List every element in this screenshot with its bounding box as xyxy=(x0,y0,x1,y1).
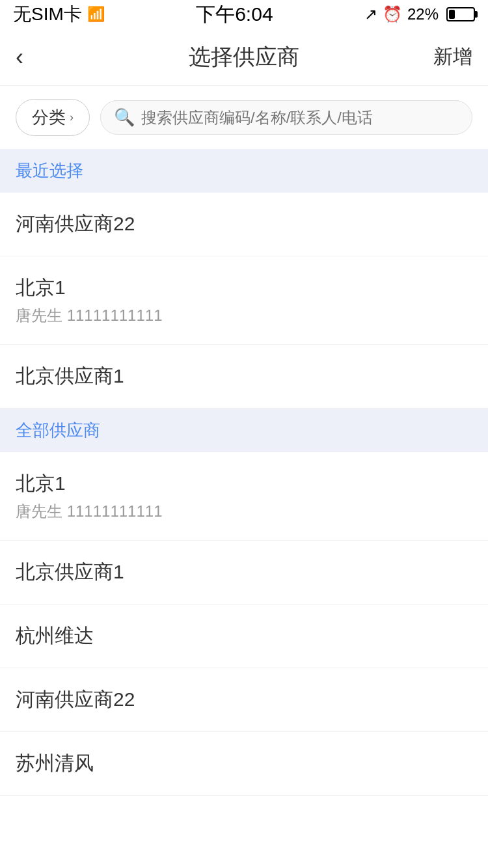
add-button[interactable]: 新增 xyxy=(433,44,472,70)
all-list-item[interactable]: 杭州维达 xyxy=(0,604,488,668)
nav-bar: ‹ 选择供应商 新增 xyxy=(0,29,488,86)
location-icon: ↗ xyxy=(364,5,377,23)
status-right: ↗ ⏰ 22% xyxy=(364,5,475,23)
item-name: 北京1 xyxy=(16,470,472,497)
item-name: 河南供应商22 xyxy=(16,211,472,237)
alarm-icon: ⏰ xyxy=(383,5,402,23)
all-section-header: 全部供应商 xyxy=(0,409,488,452)
page-title: 选择供应商 xyxy=(189,42,299,72)
no-sim-text: 无SIM卡 xyxy=(13,2,82,27)
all-list-item[interactable]: 北京1 唐先生 11111111111 xyxy=(0,452,488,541)
item-name: 北京供应商1 xyxy=(16,363,472,390)
back-button[interactable]: ‹ xyxy=(16,44,55,71)
item-name: 北京1 xyxy=(16,275,472,301)
chevron-right-icon: › xyxy=(70,111,74,124)
search-icon: 🔍 xyxy=(114,107,135,128)
all-section-label: 全部供应商 xyxy=(16,420,100,440)
all-list-item[interactable]: 河南供应商22 xyxy=(0,668,488,732)
recent-items-list: 河南供应商22北京1 唐先生 11111111111北京供应商1 xyxy=(0,193,488,409)
filter-bar: 分类 › 🔍 xyxy=(0,86,488,149)
wifi-icon: 📶 xyxy=(87,6,105,23)
search-bar[interactable]: 🔍 xyxy=(100,100,472,135)
recent-list-item[interactable]: 河南供应商22 xyxy=(0,193,488,256)
status-time: 下午6:04 xyxy=(196,1,273,28)
item-sub: 唐先生 11111111111 xyxy=(16,305,472,326)
status-left: 无SIM卡 📶 xyxy=(13,2,105,27)
category-label: 分类 xyxy=(32,106,66,129)
item-name: 苏州清风 xyxy=(16,750,472,777)
item-sub: 唐先生 11111111111 xyxy=(16,501,472,522)
recent-section-header: 最近选择 xyxy=(0,149,488,193)
item-name: 河南供应商22 xyxy=(16,686,472,713)
item-name: 杭州维达 xyxy=(16,623,472,649)
category-filter[interactable]: 分类 › xyxy=(16,99,90,136)
all-items-list: 北京1 唐先生 11111111111北京供应商1杭州维达河南供应商22苏州清风 xyxy=(0,452,488,796)
search-input[interactable] xyxy=(141,109,459,127)
recent-section-label: 最近选择 xyxy=(16,161,83,180)
item-name: 北京供应商1 xyxy=(16,559,472,586)
all-list-item[interactable]: 苏州清风 xyxy=(0,732,488,796)
battery-icon xyxy=(446,7,475,21)
status-bar: 无SIM卡 📶 下午6:04 ↗ ⏰ 22% xyxy=(0,0,488,29)
battery-percentage: 22% xyxy=(407,5,439,23)
recent-list-item[interactable]: 北京1 唐先生 11111111111 xyxy=(0,256,488,345)
all-list-item[interactable]: 北京供应商1 xyxy=(0,541,488,604)
recent-list-item[interactable]: 北京供应商1 xyxy=(0,345,488,409)
